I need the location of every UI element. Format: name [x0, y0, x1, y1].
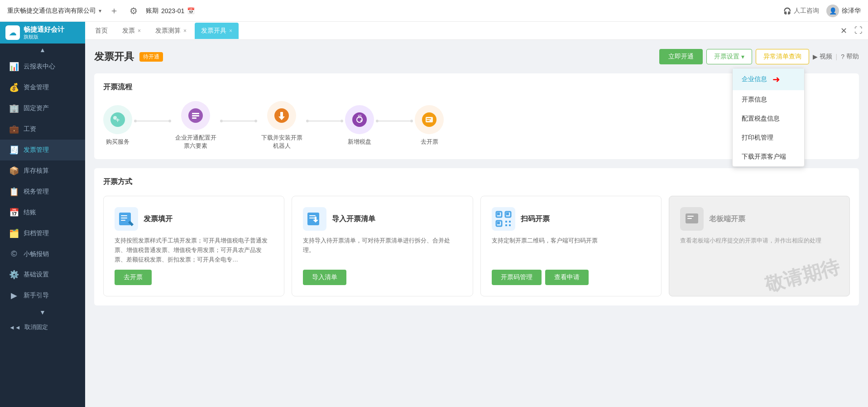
dropdown-item-printer[interactable]: 打印机管理 — [733, 128, 804, 147]
period-value: 2023-01 — [161, 7, 184, 15]
add-company-button[interactable]: ＋ — [107, 3, 121, 19]
goinvoice-step-label: 去开票 — [421, 138, 438, 146]
tab-invoice-tool[interactable]: 发票开具 × — [195, 23, 239, 39]
company-selector[interactable]: 重庆畅捷交通信息咨询有限公司 ▾ — [7, 7, 101, 15]
calendar-icon: 📅 — [187, 7, 195, 15]
svg-text:+: + — [360, 118, 363, 123]
account-period: 账期 2023-01 📅 — [146, 7, 195, 15]
video-button[interactable]: ▶ 视频 — [813, 53, 832, 61]
svg-rect-27 — [315, 217, 317, 221]
fill-icon — [115, 207, 138, 231]
sidebar-item-inventory[interactable]: 📦 库存核算 — [0, 160, 85, 181]
dropdown-label: 打印机管理 — [742, 134, 773, 142]
sidebar-item-invoice[interactable]: 🧾 发票管理 — [0, 140, 85, 160]
import-desc: 支持导入待开票清单，可对待开票清单进行拆分、合并处理。 — [303, 236, 461, 255]
svg-rect-23 — [307, 213, 319, 225]
method-card-import: 导入开票清单 支持导入待开票清单，可对待开票清单进行拆分、合并处理。 导入清单 — [292, 196, 473, 296]
invoice-icon: 🧾 — [9, 145, 19, 155]
help-button[interactable]: ? 帮助 — [841, 53, 859, 61]
sidebar-item-label: 云报表中心 — [24, 63, 55, 71]
cancel-pin-button[interactable]: ◄◄ 取消固定 — [0, 319, 85, 336]
method-boss-header: 老板端开票 — [680, 207, 839, 231]
sidebar-item-fund[interactable]: 💰 资金管理 — [0, 77, 85, 98]
goinvoice-step-icon — [415, 105, 444, 134]
fill-title: 发票填开 — [144, 214, 173, 224]
logo-badge: 旗舰版 — [24, 34, 64, 40]
qrcode-manage-button[interactable]: 开票码管理 — [492, 270, 542, 285]
maximize-button[interactable]: ⛶ — [853, 24, 864, 37]
sidebar-item-asset[interactable]: 🏢 固定资产 — [0, 98, 85, 119]
dropdown-item-invoice-info[interactable]: 开票信息 — [733, 90, 804, 109]
sidebar-item-settle[interactable]: 📅 结账 — [0, 202, 85, 223]
sidebar-item-archive[interactable]: 🗂️ 归档管理 — [0, 223, 85, 244]
sidebar-item-payroll[interactable]: 💼 工资 — [0, 119, 85, 140]
avatar: 👤 — [826, 5, 839, 17]
tab-invoice-calc-label: 发票测算 — [155, 27, 181, 35]
settings-button[interactable]: ⚙ — [127, 4, 140, 18]
header-actions: 立即开通 开票设置 ▾ 异常清单查询 ▶ 视频 | ? — [659, 49, 859, 64]
invoice-settings-label: 开票设置 — [714, 53, 739, 61]
scroll-down-button[interactable]: ▼ — [0, 306, 85, 319]
play-icon: ▶ — [813, 53, 818, 60]
sidebar-item-tax[interactable]: 📋 税务管理 — [0, 181, 85, 202]
close-tab-button[interactable]: ✕ — [839, 24, 849, 38]
scroll-up-button[interactable]: ▲ — [0, 44, 85, 56]
tab-invoice-calc-close[interactable]: × — [183, 28, 187, 34]
sidebar-item-label: 资金管理 — [24, 83, 49, 92]
svg-rect-16 — [427, 118, 431, 119]
sidebar-item-report[interactable]: 📊 云报表中心 — [0, 56, 85, 77]
tab-invoice-close[interactable]: × — [138, 28, 141, 34]
fill-desc: 支持按照发票样式手工填开发票；可开具增值税电子普通发票、增值税普通发票、增值税专… — [115, 236, 273, 264]
svg-rect-17 — [427, 120, 430, 121]
connector-1 — [132, 120, 173, 122]
go-invoice-button[interactable]: 去开票 — [115, 270, 152, 285]
tab-home-label: 首页 — [95, 27, 108, 35]
import-title: 导入开票清单 — [332, 214, 375, 224]
dropdown-item-tax-disk[interactable]: 配置税盘信息 — [733, 109, 804, 128]
svg-rect-21 — [121, 220, 125, 221]
logo-area: ☁ 畅捷通好会计 旗舰版 — [0, 22, 85, 44]
tab-invoice-calc[interactable]: 发票测算 × — [149, 23, 193, 39]
cancel-pin-label: 取消固定 — [24, 323, 48, 331]
scan-desc: 支持定制开票二维码，客户端可扫码开票 — [492, 236, 650, 246]
tab-home[interactable]: 首页 — [89, 23, 114, 39]
dropdown-item-company-info[interactable]: 企业信息 ➜ — [733, 68, 804, 90]
page-content: 发票开具 待开通 立即开通 开票设置 ▾ 异常清单查询 ▶ 视频 — [85, 40, 868, 407]
sidebar-item-guide[interactable]: ▶ 新手引导 — [0, 285, 85, 306]
settings-dropdown-menu: 企业信息 ➜ 开票信息 配置税盘信息 打印机管理 — [732, 68, 805, 167]
buy-step-label: 购买服务 — [106, 138, 129, 146]
scan-buttons: 开票码管理 查看申请 — [492, 270, 650, 285]
logo-icon: ☁ — [5, 25, 20, 40]
logo-text: 畅捷通好会计 — [24, 25, 64, 34]
tab-invoice-tool-close[interactable]: × — [229, 28, 232, 34]
tab-invoice[interactable]: 发票 × — [116, 23, 147, 39]
buy-step-icon: + — [103, 105, 132, 134]
dropdown-label: 下载开票客户端 — [742, 153, 786, 161]
service-label: 人工咨询 — [794, 7, 819, 15]
user-info[interactable]: 👤 徐泽华 — [826, 5, 861, 17]
svg-rect-40 — [687, 218, 692, 219]
dropdown-label: 配置税盘信息 — [742, 115, 780, 123]
headset-icon: 🎧 — [783, 7, 791, 15]
service-button[interactable]: 🎧 人工咨询 — [783, 7, 819, 15]
sidebar-item-settings[interactable]: ⚙️ 基础设置 — [0, 264, 85, 285]
sidebar-item-label: 新手引导 — [24, 291, 49, 300]
svg-rect-29 — [497, 213, 500, 215]
dropdown-item-download-client[interactable]: 下载开票客户端 — [733, 147, 804, 166]
logo-symbol: ☁ — [9, 29, 16, 37]
view-application-button[interactable]: 查看申请 — [545, 270, 589, 285]
settings-dropdown-arrow: ▾ — [741, 53, 744, 60]
tab-invoice-label: 发票 — [122, 27, 135, 35]
activate-button[interactable]: 立即开通 — [659, 49, 703, 64]
question-icon: ? — [841, 53, 844, 60]
sidebar-item-xiaochang[interactable]: © 小畅报销 — [0, 244, 85, 264]
period-label: 账期 — [146, 7, 158, 15]
svg-rect-25 — [309, 218, 316, 218]
svg-point-2 — [113, 116, 117, 120]
help-label: 帮助 — [846, 53, 859, 61]
flow-step-download: 下载并安装开票机器人 — [259, 101, 304, 150]
page-title: 发票开具 — [94, 50, 134, 63]
invoice-settings-button[interactable]: 开票设置 ▾ — [706, 49, 752, 64]
import-list-button[interactable]: 导入清单 — [303, 270, 346, 285]
anomaly-button[interactable]: 异常清单查询 — [756, 49, 809, 64]
